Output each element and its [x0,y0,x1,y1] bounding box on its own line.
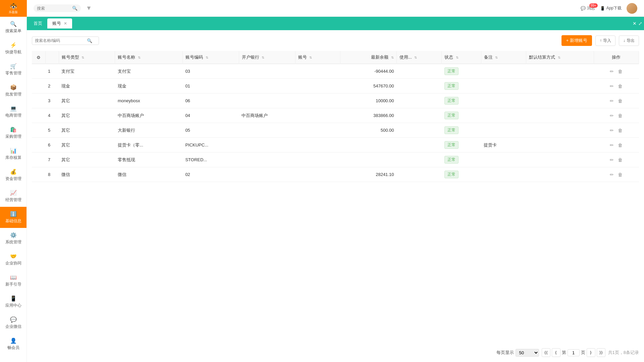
cell-status: 正常 [442,153,481,167]
sidebar-item-system[interactable]: ⚙️ 系统管理 [0,228,26,249]
table-body: 1 支付宝 支付宝 03 -90444.00 正常 ✏ 🗑 2 现金 现金 01… [32,64,639,182]
account-search-box[interactable]: 🔍 [32,37,99,45]
th-remark[interactable]: 备注 ⇅ [481,51,526,64]
sidebar-item-inventory[interactable]: 📊 库存核算 [0,143,26,165]
cell-code: 04 [182,108,239,123]
tab-home-label: 首页 [34,20,42,26]
table-row: 2 现金 现金 01 547670.00 正常 ✏ 🗑 [32,79,639,94]
sidebar-item-quicknav[interactable]: ⚡ 快捷导航 [0,38,26,59]
sidebar-item-wholesale[interactable]: 📦 批发管理 [0,80,26,101]
sidebar-item-search[interactable]: 🔍 搜索菜单 [0,17,26,38]
edit-button[interactable]: ✏ [608,112,615,119]
cell-remark [481,64,526,79]
cell-num: 2 [45,79,59,94]
th-default-payment[interactable]: 默认结算方式 ⇅ [526,51,594,64]
pager-last-button[interactable]: ⟩⟩ [597,348,605,357]
delete-button[interactable]: 🗑 [616,68,624,75]
cell-remark [481,108,526,123]
tab-home[interactable]: 首页 [29,18,47,28]
th-status[interactable]: 状态 ⇅ [442,51,481,64]
cell-action: ✏ 🗑 [594,138,639,153]
th-type[interactable]: 账号类型 ⇅ [59,51,115,64]
cooperation-icon: 🤝 [10,253,17,259]
edit-button[interactable]: ✏ [608,83,615,89]
app-download-button[interactable]: 📱 App下载 [600,5,622,11]
pager-first-button[interactable]: ⟨⟨ [542,348,550,357]
cell-action: ✏ 🗑 [594,79,639,94]
close-all-tabs-icon[interactable]: ✕ [633,21,637,26]
topbar-dropdown-icon[interactable]: ▼ [86,5,92,12]
cell-remark [481,94,526,108]
th-bank[interactable]: 开户银行 ⇅ [239,51,295,64]
th-account[interactable]: 账号 ⇅ [295,51,340,64]
th-code[interactable]: 账号编码 ⇅ [182,51,239,64]
tab-expand-buttons: ✕ ⤢ [633,21,642,26]
sidebar-item-operations[interactable]: 📈 经营管理 [0,186,26,207]
th-name[interactable]: 账号名称 ⇅ [115,51,182,64]
th-usage[interactable]: 使用... ⇅ [396,51,441,64]
cell-balance [340,153,397,167]
delete-button[interactable]: 🗑 [616,157,624,163]
th-setting[interactable]: ⚙ [32,51,45,64]
tab-close-icon[interactable]: ✕ [64,21,67,25]
tabbar: 首页 账号 ✕ ✕ ⤢ [27,17,644,30]
cell-default-payment [526,64,594,79]
cell-usage [396,79,441,94]
expand-icon[interactable]: ⤢ [638,21,642,26]
sidebar-item-member[interactable]: 👤 畅会员 [0,334,26,355]
sidebar-item-finance[interactable]: 💰 资金管理 [0,165,26,186]
cell-status: 正常 [442,108,481,123]
edit-button[interactable]: ✏ [608,171,615,178]
cell-setting [32,79,45,94]
sidebar-item-wechat[interactable]: 💬 企业微信 [0,312,26,334]
edit-button[interactable]: ✏ [608,127,615,134]
sort-balance-icon: ⇅ [391,56,394,59]
edit-button[interactable]: ✏ [608,98,615,104]
message-button[interactable]: 💬 消息 99+ [581,5,595,11]
cell-type: 其它 [59,123,115,138]
sidebar-item-ecommerce[interactable]: 💻 电商管理 [0,101,26,122]
user-avatar[interactable] [627,3,637,14]
table-row: 3 其它 moneybosx 06 10000.00 正常 ✏ 🗑 [32,94,639,108]
account-search-input[interactable] [35,38,85,43]
topbar-search-input[interactable] [37,6,70,11]
table-row: 7 其它 零售抵现 STORED... 正常 ✏ 🗑 [32,153,639,167]
edit-button[interactable]: ✏ [608,157,615,163]
message-badge: 99+ [589,3,598,8]
edit-button[interactable]: ✏ [608,142,615,148]
cell-balance: 28241.10 [340,167,397,182]
sidebar-item-cooperation[interactable]: 🤝 企业协同 [0,249,26,270]
delete-button[interactable]: 🗑 [616,98,624,104]
delete-button[interactable]: 🗑 [616,171,624,178]
cell-type: 现金 [59,79,115,94]
per-page-select[interactable]: 50 10 20 100 [516,349,539,357]
sidebar-item-appcenter[interactable]: 📱 应用中心 [0,291,26,312]
import-button[interactable]: ↑ 导入 [595,36,615,46]
sidebar-item-guide[interactable]: 📖 新手引导 [0,270,26,291]
topbar-search[interactable]: 🔍 [34,4,81,12]
th-balance[interactable]: 最新余额 ⇅ [340,51,397,64]
export-button[interactable]: ↓ 导出 [619,36,639,46]
page-suffix: 页 [581,350,585,356]
sidebar-item-retail[interactable]: 🛒 零售管理 [0,59,26,80]
sidebar-item-purchase[interactable]: 🛍️ 采购管理 [0,122,26,143]
sidebar-item-basicinfo[interactable]: ℹ️ 基础信息 [0,207,26,228]
delete-button[interactable]: 🗑 [616,112,624,119]
cell-name: moneybosx [115,94,182,108]
sort-remark-icon: ⇅ [495,56,498,59]
tab-account[interactable]: 账号 ✕ [47,18,72,28]
page-input[interactable] [568,349,580,356]
edit-button[interactable]: ✏ [608,68,615,75]
cell-balance: 383866.00 [340,108,397,123]
sidebar-item-label: 系统管理 [5,239,21,245]
purchase-icon: 🛍️ [10,126,17,133]
delete-button[interactable]: 🗑 [616,127,624,134]
add-account-button[interactable]: + 新增账号 [561,35,592,46]
account-table: ⚙ 账号类型 ⇅ 账号名称 ⇅ 账号编码 ⇅ [32,51,639,182]
cell-bank [239,79,295,94]
delete-button[interactable]: 🗑 [616,83,624,89]
pager-prev-button[interactable]: ⟨ [552,348,560,357]
pager-next-button[interactable]: ⟩ [587,348,595,357]
cell-code: 02 [182,167,239,182]
delete-button[interactable]: 🗑 [616,142,624,148]
